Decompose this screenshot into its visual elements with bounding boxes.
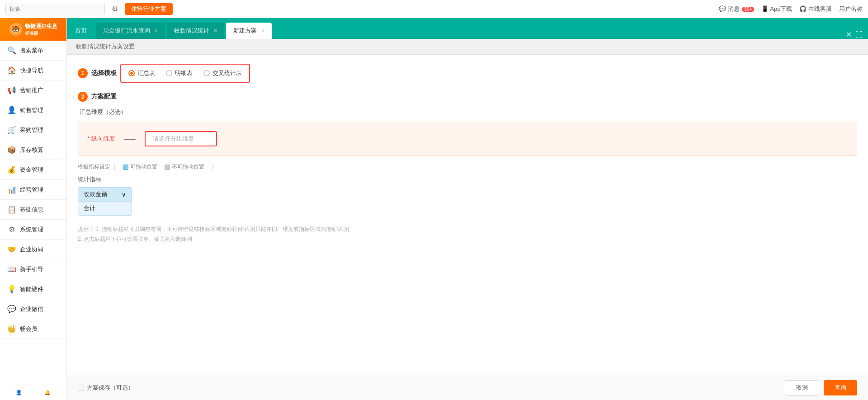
metrics-card-header[interactable]: 收款金额 ∨ xyxy=(78,188,132,202)
sidebar-item-member[interactable]: 👑 畅会员 xyxy=(0,319,66,339)
sidebar-item-label: 经营管理 xyxy=(20,186,43,194)
system-icon: ⚙ xyxy=(7,225,16,234)
step2-title: 方案配置 xyxy=(91,93,117,101)
save-plan-checkbox-box[interactable] xyxy=(78,385,84,391)
sidebar-item-purchase[interactable]: 🛒 采购管理 xyxy=(0,120,66,140)
tab-close-all-icon[interactable]: ✕ xyxy=(846,30,852,39)
sidebar-item-system[interactable]: ⚙ 系统管理 xyxy=(0,220,66,240)
dimension-label: * 纵向维度 xyxy=(87,135,115,143)
movable-tag: 可拖动位置 xyxy=(123,163,157,171)
tab-newplan-label: 新建方案 xyxy=(233,27,257,35)
sidebar-item-inventory[interactable]: 📦 库存核算 xyxy=(0,140,66,160)
sidebar-item-enterprise[interactable]: 🤝 企业协同 xyxy=(0,240,66,259)
footer-buttons: 取消 查询 xyxy=(785,380,857,395)
tab-expand-icon[interactable]: ⛶ xyxy=(855,31,863,39)
sidebar-item-label: 新手引导 xyxy=(20,265,43,273)
tab-collection-close[interactable]: × xyxy=(214,28,217,34)
sidebar-item-basic-info[interactable]: 📋 基础信息 xyxy=(0,200,66,220)
sidebar-user-icon[interactable]: 👤 xyxy=(16,390,22,395)
radio-detail[interactable]: 明细表 xyxy=(166,69,193,77)
radio-crosstab[interactable]: 交叉统计表 xyxy=(203,69,242,77)
fixed-tag: 不可拖动位置 xyxy=(165,163,204,171)
movable-label: 可拖动位置 xyxy=(130,163,157,171)
search-input[interactable] xyxy=(5,3,105,15)
tab-home-label: 首页 xyxy=(75,27,87,35)
plan-config: 汇总维度（必选） * 纵向维度 —— 请选择分组维度 模板指标设定（ xyxy=(78,108,857,244)
sidebar-item-label: 采购管理 xyxy=(20,126,43,134)
metrics-section: 模板指标设定（ 可拖动位置 不可拖动位置 ） xyxy=(78,163,857,216)
gear-icon[interactable]: ⚙ xyxy=(108,3,121,15)
tab-newplan-close[interactable]: × xyxy=(261,28,264,34)
basic-info-icon: 📋 xyxy=(7,205,16,214)
top-bar-right: 💬 消息 99+ 📱 App下载 🎧 在线客服 用户名称 xyxy=(719,5,863,13)
dimension-select[interactable]: 请选择分组维度 xyxy=(145,131,217,146)
dimension-area: * 纵向维度 —— 请选择分组维度 xyxy=(78,122,857,156)
tab-home[interactable]: 首页 xyxy=(68,23,94,39)
metrics-header-label: 模板指标设定（ xyxy=(78,163,116,171)
sidebar-item-sales[interactable]: 👤 销售管理 xyxy=(0,100,66,120)
tab-bar-right: ✕ ⛶ xyxy=(846,30,868,39)
sidebar-item-finance[interactable]: 💰 资金管理 xyxy=(0,160,66,180)
radio-crosstab-circle xyxy=(203,70,210,76)
template-select-group: 汇总表 明细表 交叉统计表 xyxy=(120,64,250,83)
finance-icon: 💰 xyxy=(7,165,16,174)
sidebar-item-search[interactable]: 🔍 搜索菜单 xyxy=(0,41,66,61)
metrics-card-body: 合计 xyxy=(78,202,132,215)
sidebar-item-label: 快捷导航 xyxy=(20,66,43,75)
step1-header: 1 选择模板 汇总表 明细表 xyxy=(78,64,857,83)
tip-line-1: 提示： 1. 拖动标题栏可以调整布局，不可跨维度或指标区域拖动栏目字段(只能在同… xyxy=(78,225,857,235)
close-paren: ） xyxy=(212,163,217,171)
tip-line-2: 2. 点击标题栏下拉可设置排序、插入列和删除列 xyxy=(78,235,857,245)
sidebar: 🐯 畅捷通好生意 标准版 🔍 搜索菜单 🏠 快捷导航 📢 营销推广 👤 销售管理… xyxy=(0,18,67,400)
home-icon: 🏠 xyxy=(7,66,16,75)
radio-summary-circle xyxy=(128,70,135,76)
query-button[interactable]: 查询 xyxy=(824,380,857,395)
radio-summary[interactable]: 汇总表 xyxy=(128,69,155,77)
sidebar-item-marketing[interactable]: 📢 营销推广 xyxy=(0,80,66,100)
sidebar-item-guide[interactable]: 📖 新手引导 xyxy=(0,259,66,279)
tab-collection[interactable]: 收款情况统计 × xyxy=(167,23,224,39)
service-link[interactable]: 🎧 在线客服 xyxy=(799,5,832,13)
sidebar-item-label: 畅会员 xyxy=(20,325,38,333)
tab-cashbank-label: 现金银行流水查询 xyxy=(103,27,150,35)
cancel-button[interactable]: 取消 xyxy=(785,380,819,395)
step1-section: 1 选择模板 汇总表 明细表 xyxy=(78,64,857,83)
search-icon: 🔍 xyxy=(7,46,16,55)
sidebar-notify-icon[interactable]: 🔔 xyxy=(44,390,51,395)
sidebar-item-label: 系统管理 xyxy=(20,226,43,234)
sidebar-item-wechat[interactable]: 💬 企业微信 xyxy=(0,299,66,319)
tips-section: 提示： 1. 拖动标题栏可以调整布局，不可跨维度或指标区域拖动栏目字段(只能在同… xyxy=(78,225,857,244)
breadcrumb: 收款情况统计方案设置 xyxy=(67,39,868,55)
dimension-arrow: —— xyxy=(124,136,136,142)
sidebar-bottom: 👤 🔔 xyxy=(0,385,66,400)
sidebar-item-hardware[interactable]: 💡 智能硬件 xyxy=(0,279,66,299)
metrics-card-chevron-icon: ∨ xyxy=(122,191,126,198)
download-link[interactable]: 📱 App下载 xyxy=(761,5,792,13)
tab-cashbank[interactable]: 现金银行流水查询 × xyxy=(96,23,165,39)
message-link[interactable]: 💬 消息 99+ xyxy=(719,5,754,13)
tab-newplan[interactable]: 新建方案 × xyxy=(226,23,272,39)
guide-icon: 📖 xyxy=(7,265,16,273)
step2-section: 2 方案配置 汇总维度（必选） * 纵向维度 —— 请选择分组维度 xyxy=(78,92,857,244)
metrics-category-label: 统计指标 xyxy=(78,175,857,184)
sidebar-item-management[interactable]: 📊 经营管理 xyxy=(0,180,66,200)
tab-cashbank-close[interactable]: × xyxy=(155,28,158,34)
sidebar-item-label: 销售管理 xyxy=(20,106,43,114)
sidebar-item-label: 搜索菜单 xyxy=(20,47,43,55)
logo-icon: 🐯 xyxy=(9,23,22,36)
page-content: 收款情况统计方案设置 1 选择模板 汇总表 xyxy=(67,39,868,400)
dimension-subsection-title: 汇总维度（必选） xyxy=(78,108,857,116)
sidebar-item-nav[interactable]: 🏠 快捷导航 xyxy=(0,61,66,80)
save-plan-checkbox[interactable]: 方案保存（可选） xyxy=(78,384,134,392)
sidebar-item-label: 营销推广 xyxy=(20,86,43,94)
sidebar-item-label: 企业微信 xyxy=(20,305,43,313)
sidebar-item-label: 库存核算 xyxy=(20,146,43,154)
movable-dot xyxy=(123,165,128,170)
metrics-card-revenue: 收款金额 ∨ 合计 xyxy=(78,187,132,216)
member-icon: 👑 xyxy=(7,325,16,333)
sidebar-item-label: 智能硬件 xyxy=(20,285,43,293)
trial-button[interactable]: 体验行业方案 xyxy=(125,3,173,15)
radio-crosstab-label: 交叉统计表 xyxy=(212,69,242,77)
inventory-icon: 📦 xyxy=(7,146,16,154)
message-badge: 99+ xyxy=(742,7,754,12)
